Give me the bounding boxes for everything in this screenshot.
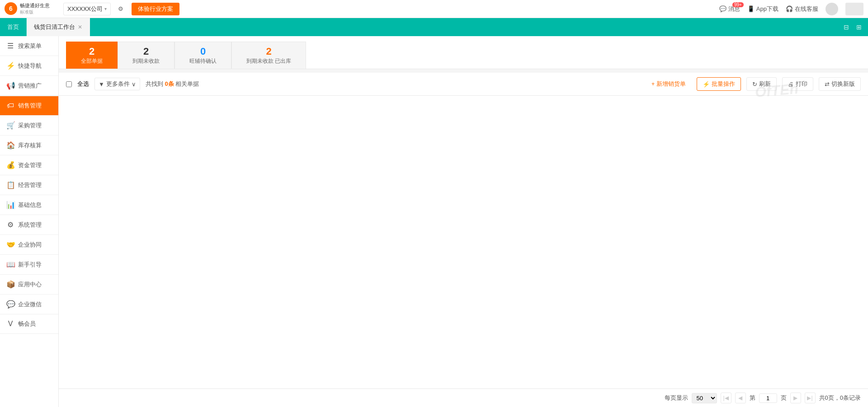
settings-button[interactable]: ⚙ (114, 3, 127, 15)
new-sales-order-button[interactable]: + 新增销货单 (646, 78, 691, 90)
switch-label: 切换新版 (831, 80, 855, 88)
found-text: 共找到 0条 相关单据 (146, 80, 199, 88)
sidebar-label-basic-info: 基础信息 (18, 201, 42, 209)
sidebar-item-marketing[interactable]: 📢 营销推广 (0, 76, 58, 96)
page-suffix: 页 (781, 394, 787, 402)
tab-maximize-icon[interactable]: ⊞ (854, 22, 863, 33)
sidebar-label-quick-nav: 快捷导航 (18, 62, 42, 70)
finance-icon: 💰 (6, 161, 14, 169)
print-icon: 🖨 (788, 81, 794, 88)
refresh-button[interactable]: ↻ 刷新 (746, 77, 777, 91)
sidebar-label-search: 搜索菜单 (18, 42, 42, 50)
print-button[interactable]: 🖨 打印 (782, 77, 813, 91)
sidebar-item-search[interactable]: ☰ 搜索菜单 (0, 36, 58, 56)
system-icon: ⚙ (6, 220, 14, 229)
switch-version-button[interactable]: ⇄ 切换新版 (819, 77, 861, 91)
sidebar-item-member[interactable]: V 畅会员 (0, 314, 58, 334)
per-page-select[interactable]: 50 100 200 (692, 393, 717, 403)
tab-bar: 首页 钱货日清工作台 ✕ ⊟ ⊞ (0, 18, 868, 36)
last-page-button[interactable]: ▶| (805, 393, 816, 403)
sidebar-item-finance[interactable]: 💰 资金管理 (0, 155, 58, 175)
stat-tab-all[interactable]: 2 全部单据 (66, 42, 118, 69)
tab-close-icon[interactable]: ✕ (78, 24, 82, 30)
sidebar-label-marketing: 营销推广 (18, 82, 42, 90)
online-service-button[interactable]: 🎧 在线客服 (786, 5, 818, 13)
main-layout: ☰ 搜索菜单 ⚡ 快捷导航 📢 营销推广 🏷 销售管理 🛒 采购管理 🏠 库存核… (0, 36, 868, 407)
logo-text-area: 畅捷通好生意 标准版 (20, 2, 50, 15)
toolbar: 全选 ▼ 更多条件 ∨ 共找到 0条 相关单据 + 新增销货单 ⚡ 批量操作 ↻ (59, 73, 868, 96)
guide-icon: 📖 (6, 260, 14, 269)
next-page-button[interactable]: ▶ (790, 393, 801, 403)
sidebar-label-inventory: 库存核算 (18, 141, 42, 150)
purchase-icon: 🛒 (6, 121, 14, 130)
select-all-checkbox[interactable] (66, 81, 72, 87)
sidebar-item-system[interactable]: ⚙ 系统管理 (0, 215, 58, 235)
sidebar-label-guide: 新手引导 (18, 261, 42, 269)
content-area: 2 全部单据 2 到期未收款 0 旺辅待确认 2 到期未收款 已出库 全选 ▼ … (59, 36, 868, 407)
app-download-button[interactable]: 📱 App下载 (747, 5, 778, 13)
found-count: 0条 (165, 80, 174, 87)
app-download-label: App下载 (756, 5, 778, 13)
sidebar-item-sales[interactable]: 🏷 销售管理 (0, 96, 58, 116)
page-input[interactable] (759, 393, 777, 403)
user-avatar[interactable] (826, 3, 838, 15)
sidebar-top: ☰ 搜索菜单 ⚡ 快捷导航 📢 营销推广 (0, 36, 58, 96)
filter-button[interactable]: ▼ 更多条件 ∨ (94, 78, 140, 90)
top-header: 6 畅捷通好生意 标准版 XXXXXX公司 ▾ ⚙ 体验行业方案 💬 消息 99… (0, 0, 868, 18)
stat-tab-shipped[interactable]: 2 到期未收款 已出库 (231, 42, 306, 69)
stat-count-overdue: 2 (143, 46, 149, 57)
batch-operation-button[interactable]: ⚡ 批量操作 (697, 77, 741, 91)
filter-arrow: ∨ (132, 81, 136, 88)
sidebar-item-inventory[interactable]: 🏠 库存核算 (0, 136, 58, 155)
per-page-label: 每页显示 (665, 394, 688, 402)
filter-icon: ▼ (99, 81, 104, 88)
sidebar-item-basic-info[interactable]: 📊 基础信息 (0, 195, 58, 215)
sidebar-item-guide[interactable]: 📖 新手引导 (0, 255, 58, 275)
search-menu-icon: ☰ (6, 42, 14, 50)
switch-icon: ⇄ (825, 81, 830, 88)
stats-tabs: 2 全部单据 2 到期未收款 0 旺辅待确认 2 到期未收款 已出库 (59, 36, 868, 69)
prev-page-button[interactable]: ◀ (735, 393, 746, 403)
tab-home-label: 首页 (7, 23, 19, 31)
message-icon: 💬 (719, 5, 726, 12)
headset-icon: 🎧 (786, 5, 793, 12)
online-service-label: 在线客服 (795, 5, 818, 13)
stat-count-pending: 0 (200, 46, 206, 57)
select-all-label: 全选 (77, 80, 89, 88)
company-dropdown-arrow: ▾ (104, 6, 107, 11)
sidebar-item-enterprise[interactable]: 🤝 企业协同 (0, 235, 58, 255)
page-label: 第 (750, 394, 755, 402)
company-selector[interactable]: XXXXXX公司 ▾ (63, 3, 111, 15)
stat-label-pending: 旺辅待确认 (189, 57, 217, 65)
logo-name: 畅捷通好生意 (20, 2, 50, 9)
sidebar-item-purchase[interactable]: 🛒 采购管理 (0, 116, 58, 136)
filter-label: 更多条件 (106, 80, 130, 88)
experience-button[interactable]: 体验行业方案 (132, 3, 179, 15)
stat-count-all: 2 (89, 46, 94, 57)
stat-tab-pending[interactable]: 0 旺辅待确认 (175, 42, 231, 69)
tab-work-bench[interactable]: 钱货日清工作台 ✕ (27, 18, 90, 36)
member-icon: V (6, 320, 14, 328)
found-prefix: 共找到 (146, 80, 163, 87)
total-label: 共0页，0条记录 (819, 394, 861, 402)
sidebar-label-system: 系统管理 (18, 221, 42, 229)
messages-button[interactable]: 💬 消息 99+ (719, 5, 740, 13)
sidebar-item-app-center[interactable]: 📦 应用中心 (0, 275, 58, 295)
refresh-label: 刷新 (759, 80, 771, 88)
sidebar-item-wechat[interactable]: 💬 企业微信 (0, 295, 58, 314)
sidebar-label-operations: 经营管理 (18, 181, 42, 189)
basic-info-icon: 📊 (6, 201, 14, 209)
stat-label-all: 全部单据 (81, 57, 103, 65)
tab-home[interactable]: 首页 (0, 18, 27, 36)
sidebar-item-operations[interactable]: 📋 经营管理 (0, 175, 58, 195)
quick-nav-icon: ⚡ (6, 61, 14, 70)
operations-icon: 📋 (6, 181, 14, 189)
sidebar-item-quick-nav[interactable]: ⚡ 快捷导航 (0, 56, 58, 76)
first-page-button[interactable]: |◀ (721, 393, 731, 403)
user-name-area[interactable] (845, 3, 863, 15)
tab-restore-icon[interactable]: ⊟ (842, 22, 851, 33)
tab-work-bench-label: 钱货日清工作台 (34, 23, 75, 31)
stat-tab-overdue[interactable]: 2 到期未收款 (118, 42, 175, 69)
sidebar-label-enterprise: 企业协同 (18, 241, 42, 249)
logo-tag: 标准版 (20, 9, 50, 15)
